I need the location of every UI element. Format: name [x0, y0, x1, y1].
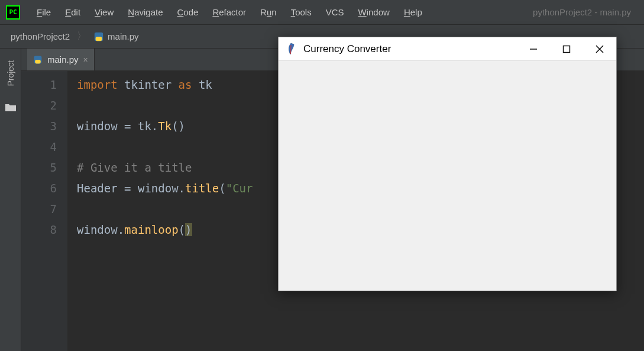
python-file-icon	[33, 55, 43, 65]
breadcrumb-separator: 〉	[77, 30, 86, 43]
code-line[interactable]	[77, 137, 253, 157]
svg-rect-3	[35, 60, 41, 63]
breadcrumb-project[interactable]: pythonProject2	[7, 30, 73, 43]
files-icon[interactable]	[5, 103, 17, 112]
menu-bar: PC FileEditViewNavigateCodeRefactorRunTo…	[0, 0, 644, 25]
line-number: 6	[21, 178, 57, 199]
line-number: 4	[21, 137, 57, 157]
left-tool-strip: Project	[0, 49, 21, 351]
breadcrumb-file[interactable]: main.py	[90, 30, 143, 43]
menu-file[interactable]: File	[30, 4, 58, 21]
line-number: 1	[21, 75, 57, 95]
menu-view[interactable]: View	[88, 4, 121, 21]
gutter: 12345678	[21, 71, 67, 351]
tkinter-window[interactable]: Currency Converter	[278, 37, 617, 291]
menu-edit[interactable]: Edit	[58, 4, 88, 21]
window-title: pythonProject2 - main.py	[533, 7, 638, 17]
feather-icon	[286, 43, 296, 56]
app-icon: PC	[6, 5, 20, 20]
tkinter-window-title: Currency Converter	[303, 43, 517, 55]
code-line[interactable]	[77, 199, 253, 220]
code-line[interactable]: window = tk.Tk()	[77, 116, 253, 137]
close-icon[interactable]: ×	[83, 55, 88, 65]
line-number: 2	[21, 95, 57, 116]
line-number: 5	[21, 157, 57, 178]
python-file-icon	[93, 31, 104, 42]
editor-tab-label: main.py	[47, 54, 79, 65]
svg-line-4	[291, 45, 292, 54]
tkinter-titlebar[interactable]: Currency Converter	[279, 37, 616, 61]
project-toolwindow-button[interactable]: Project	[6, 54, 15, 92]
line-number: 3	[21, 116, 57, 137]
code-lines[interactable]: import tkinter as tk window = tk.Tk() # …	[67, 71, 253, 351]
code-line[interactable]: window.mainloop()	[77, 220, 253, 240]
code-line[interactable]: Header = window.title("Cur	[77, 178, 253, 199]
menu-tools[interactable]: Tools	[284, 4, 319, 21]
menu-help[interactable]: Help	[397, 4, 429, 21]
menu-run[interactable]: Run	[253, 4, 284, 21]
minimize-button[interactable]	[517, 37, 550, 61]
editor-tab[interactable]: main.py ×	[27, 49, 95, 70]
close-button[interactable]	[583, 37, 616, 61]
code-line[interactable]: # Give it a title	[77, 157, 253, 178]
menu-vcs[interactable]: VCS	[319, 4, 351, 21]
menu-navigate[interactable]: Navigate	[121, 4, 170, 21]
menu-code[interactable]: Code	[170, 4, 206, 21]
menu-refactor[interactable]: Refactor	[205, 4, 253, 21]
maximize-button[interactable]	[550, 37, 583, 61]
code-line[interactable]	[77, 95, 253, 116]
breadcrumb-file-label: main.py	[108, 31, 139, 41]
menu-window[interactable]: Window	[351, 4, 397, 21]
svg-rect-1	[96, 37, 102, 41]
svg-rect-6	[564, 46, 570, 52]
code-line[interactable]: import tkinter as tk	[77, 75, 253, 95]
line-number: 7	[21, 199, 57, 220]
line-number: 8	[21, 220, 57, 240]
